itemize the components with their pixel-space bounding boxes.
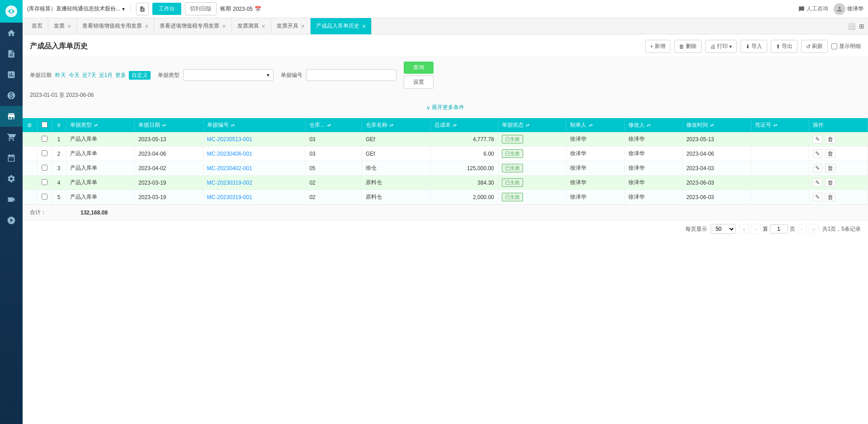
tab-invoice-calc-close[interactable]: × — [262, 23, 265, 29]
shortcut-1month[interactable]: 近1月 — [99, 71, 113, 79]
row-checkbox[interactable] — [42, 179, 47, 185]
row-delete-button[interactable]: 🗑 — [825, 193, 835, 201]
expand-conditions-button[interactable]: ∨ 展开更多条件 — [426, 104, 464, 111]
row-delete-button[interactable]: 🗑 — [825, 178, 835, 187]
row-wcode-cell: 05 — [306, 161, 362, 176]
tab-sales-vat-close[interactable]: × — [145, 23, 148, 29]
sidebar-item-video[interactable] — [0, 189, 23, 210]
company-selector[interactable]: (库存核算）直播轻纯通信息技术股份... ▾ — [27, 5, 125, 13]
tab-home[interactable]: 首页 — [26, 18, 48, 34]
page-size-select[interactable]: 50 20 100 — [711, 224, 736, 234]
refresh-button[interactable]: ↺ 刷新 — [801, 40, 828, 53]
row-checkbox[interactable] — [42, 194, 47, 200]
tab-restore-icon[interactable]: ⬜ — [848, 23, 855, 30]
user-menu[interactable]: 徐泽华 — [834, 3, 863, 15]
sort-modifier-icon[interactable]: ▴▾ — [647, 124, 651, 127]
sidebar-item-inventory[interactable] — [0, 106, 23, 127]
tab-product-history[interactable]: 产成品入库单历史 × — [311, 18, 372, 34]
row-delete-button[interactable]: 🗑 — [825, 164, 835, 172]
tab-invoice-calc[interactable]: 发票测算 × — [232, 18, 271, 34]
settings-icon[interactable]: ⚙ — [27, 122, 32, 129]
tab-sales-vat[interactable]: 查看销项增值税专用发票 × — [77, 18, 154, 34]
sort-cost-icon[interactable]: ▴▾ — [453, 124, 457, 127]
sidebar-item-settings[interactable] — [0, 168, 23, 189]
row-mtime-cell: 2023-05-13 — [683, 132, 751, 147]
tab-invoice-close[interactable]: × — [67, 23, 71, 29]
type-filter-select[interactable]: ▾ — [183, 69, 274, 81]
sidebar-item-purchase[interactable] — [0, 127, 23, 148]
select-all-checkbox[interactable] — [42, 122, 47, 128]
shortcut-more[interactable]: 更多 — [115, 71, 126, 79]
number-filter-input[interactable] — [306, 69, 396, 81]
show-detail-input[interactable] — [831, 43, 837, 49]
new-button[interactable]: + 新增 — [645, 40, 670, 53]
sort-wname-icon[interactable]: ▴▾ — [390, 124, 393, 127]
tab-purchase-vat[interactable]: 查看进项增值税专用发票 × — [154, 18, 231, 34]
divider-1 — [130, 5, 131, 14]
set-button[interactable]: 设置 — [404, 76, 434, 89]
sort-status-icon[interactable]: ▴▾ — [526, 124, 529, 127]
tab-invoice-open-close[interactable]: × — [301, 23, 305, 29]
row-edit-button[interactable]: ✎ — [813, 164, 822, 172]
row-edit-button[interactable]: ✎ — [813, 149, 822, 158]
sidebar-item-analytics[interactable] — [0, 64, 23, 85]
row-edit-button[interactable]: ✎ — [813, 178, 822, 187]
row-number-link[interactable]: MC-20230513-001 — [207, 136, 252, 143]
tab-product-history-close[interactable]: × — [362, 23, 366, 29]
sidebar-item-version[interactable] — [0, 210, 23, 231]
sidebar-item-home[interactable] — [0, 23, 23, 43]
shortcut-today[interactable]: 今天 — [69, 71, 80, 79]
prev-page-button[interactable]: ‹ — [751, 224, 761, 234]
tab-purchase-vat-close[interactable]: × — [222, 23, 226, 29]
last-page-button[interactable]: » — [809, 224, 819, 234]
sort-mtime-icon[interactable]: ▴▾ — [710, 124, 714, 127]
row-actions-cell: ✎ 🗑 — [809, 161, 868, 176]
row-cost-cell: 6.00 — [430, 147, 498, 161]
first-page-button[interactable]: « — [739, 224, 749, 234]
row-check-cell — [37, 161, 52, 176]
tab-maximize-icon[interactable]: ⊞ — [859, 23, 864, 30]
page-number-input[interactable] — [770, 224, 788, 233]
sidebar-item-reports[interactable] — [0, 148, 23, 168]
row-delete-button[interactable]: 🗑 — [825, 149, 835, 158]
row-checkbox[interactable] — [42, 136, 47, 142]
sort-type-icon[interactable]: ▴▾ — [94, 124, 98, 127]
row-checkbox[interactable] — [42, 165, 47, 171]
row-number-link[interactable]: MC-20230319-001 — [207, 194, 252, 200]
row-checkbox[interactable] — [42, 150, 47, 156]
sidebar-item-docs[interactable] — [0, 43, 23, 64]
app-logo[interactable] — [0, 0, 23, 23]
row-mtime-cell: 2023-04-03 — [683, 161, 751, 176]
import-button[interactable]: ⬇ 导入 — [741, 40, 767, 53]
delete-button[interactable]: 🗑 删除 — [674, 40, 702, 53]
col-settings[interactable]: ⚙ — [23, 118, 37, 132]
row-edit-button[interactable]: ✎ — [813, 193, 822, 201]
shortcut-7days[interactable]: 近7天 — [82, 71, 96, 79]
row-number-link[interactable]: MC-20230406-001 — [207, 151, 252, 157]
next-page-button[interactable]: › — [797, 224, 807, 234]
sort-voucher-icon[interactable]: ▴▾ — [774, 124, 777, 127]
row-number-link[interactable]: MC-20230319-002 — [207, 180, 252, 186]
tab-invoice-open[interactable]: 发票开具 × — [271, 18, 311, 34]
row-status-cell: 已生效 — [498, 190, 566, 205]
shortcut-custom[interactable]: 自定义 — [129, 71, 151, 80]
sort-wcode-icon[interactable]: ▴▾ — [327, 124, 331, 127]
row-delete-button[interactable]: 🗑 — [825, 135, 835, 143]
sort-creator-icon[interactable]: ▴▾ — [589, 124, 593, 127]
query-button[interactable]: 查询 — [404, 62, 434, 74]
row-edit-button[interactable]: ✎ — [813, 135, 822, 143]
sidebar-item-finance[interactable] — [0, 85, 23, 106]
sort-number-icon[interactable]: ▴▾ — [231, 124, 235, 127]
help-button[interactable]: 人工咨询 — [798, 5, 828, 13]
period-selector[interactable]: 账期 2023-05 📅 — [220, 5, 261, 13]
export-button[interactable]: ⬆ 导出 — [771, 40, 797, 53]
print-button[interactable]: 🖨 打印 ▾ — [705, 40, 737, 53]
row-number-link[interactable]: MC-20230402-001 — [207, 165, 252, 172]
show-detail-checkbox[interactable]: 显示明细 — [831, 43, 861, 50]
sort-date-icon[interactable]: ▴▾ — [162, 124, 166, 127]
doc-button[interactable] — [136, 3, 149, 15]
shortcut-yesterday[interactable]: 昨天 — [55, 71, 66, 79]
oldver-button[interactable]: 切到旧版 — [185, 2, 217, 15]
tab-invoice[interactable]: 发票 × — [48, 18, 77, 34]
workbench-button[interactable]: 工作台 — [152, 3, 181, 15]
